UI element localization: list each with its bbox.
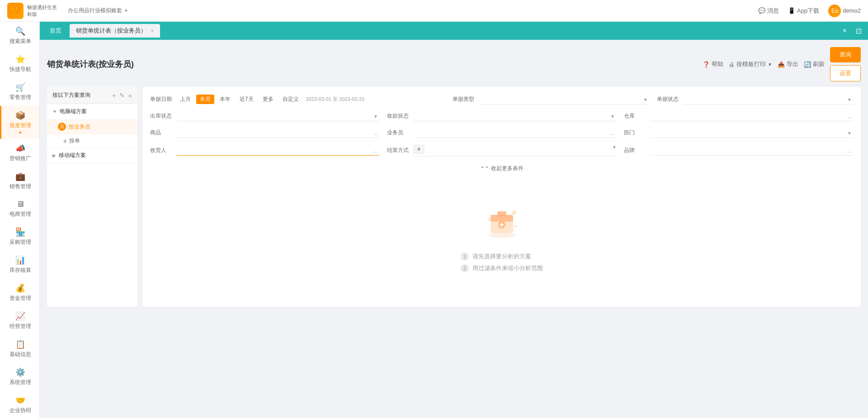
scheme-group-desktop-label: 电脑端方案	[60, 108, 87, 115]
page-content: 销货单统计表(按业务员) ❓ 帮助 🖨 按模板打印 ▼ 📤 导出	[40, 40, 868, 418]
goods-input[interactable]	[176, 128, 380, 138]
tab-home[interactable]: 首页	[43, 24, 68, 38]
sidebar-item-purchase[interactable]: 🏪 采购管理	[0, 223, 39, 251]
scheme-group-mobile-header[interactable]: ▶ 移动端方案	[47, 148, 137, 163]
print-button[interactable]: 🖨 按模板打印 ▼	[729, 60, 772, 68]
tab-close-icon[interactable]: ×	[151, 28, 154, 33]
date-btn-this-year[interactable]: 本年	[216, 95, 234, 104]
export-button[interactable]: 📤 导出	[778, 60, 798, 68]
doc-type-control: ▼	[479, 94, 649, 104]
sidebar-item-finance[interactable]: 💰 资金管理	[0, 279, 39, 307]
gear-icon: ⚙️	[15, 367, 25, 377]
filter-salesman: 业务员 ...	[387, 128, 617, 138]
date-btn-last-month[interactable]: 上月	[176, 95, 194, 104]
empty-state: 1 请先选择要分析的方案 2 用过滤条件来缩小分析范围	[150, 174, 854, 299]
sidebar-item-inventory[interactable]: 📊 库存核算	[0, 251, 39, 279]
date-btn-more[interactable]: 更多	[259, 95, 277, 104]
chart-icon: 📊	[15, 255, 25, 265]
print-icon: 🖨	[729, 61, 735, 68]
goods-dots-icon[interactable]: ...	[373, 130, 378, 136]
trending-icon: 📈	[15, 311, 25, 321]
warehouse-input[interactable]	[650, 111, 854, 121]
tip-2-number: 2	[461, 264, 469, 272]
payment-method-select[interactable]	[426, 144, 610, 154]
sidebar-item-marketing[interactable]: 📣 营销推广	[0, 139, 39, 167]
query-button[interactable]: 查询	[830, 47, 861, 62]
message-button[interactable]: 💬 消息	[758, 7, 779, 15]
sidebar-item-search[interactable]: 🔍 搜索菜单	[0, 22, 39, 50]
sidebar: 🔍 搜索菜单 ⭐ 快捷导航 🛒 零售管理 📦 批发管理 ▲ 📣 营销推广 💼 销…	[0, 22, 40, 418]
filter-warehouse: 仓库 ...	[624, 111, 854, 121]
svg-point-7	[512, 210, 516, 215]
tip-1-number: 1	[461, 252, 469, 261]
brand-input[interactable]	[650, 145, 854, 156]
sidebar-item-wholesale[interactable]: 📦 批发管理 ▲	[0, 106, 39, 139]
collapse-button[interactable]: ⌃⌃ 收起更多条件	[475, 163, 529, 174]
date-btn-this-month[interactable]: 本月	[196, 95, 214, 104]
scheme-item-by-salesman[interactable]: 员 按业务员	[47, 119, 137, 134]
receiver-input[interactable]	[176, 145, 380, 156]
filter-payment-status: 收款状态 ▼	[387, 111, 617, 121]
payment-status-select[interactable]	[413, 111, 617, 121]
brand-dots-icon[interactable]: ...	[847, 147, 852, 154]
store-icon: 🏪	[15, 227, 25, 237]
tab-restore-button[interactable]: ⊡	[853, 26, 864, 36]
out-status-label: 出库状态	[150, 112, 173, 120]
collapse-scheme-icon[interactable]: «	[128, 92, 132, 99]
out-status-select[interactable]	[176, 111, 380, 121]
breadcrumb[interactable]: 办公用品行业模拟账套 ▼	[68, 7, 128, 14]
svg-point-9	[514, 225, 517, 228]
help-button[interactable]: ❓ 帮助	[703, 60, 723, 68]
scheme-item-by-order[interactable]: ≡ 按单	[47, 134, 137, 147]
refresh-button[interactable]: 🔄 刷新	[804, 60, 825, 68]
payment-method-arrow-icon: ▼	[612, 144, 617, 149]
salesman-control: ...	[413, 128, 617, 138]
sidebar-item-system[interactable]: ⚙️ 系统管理	[0, 363, 39, 391]
svg-point-8	[488, 218, 491, 221]
app-download-button[interactable]: 📱 App下载	[788, 7, 819, 15]
filter-doc-type: 单据类型 ▼	[453, 94, 649, 104]
sidebar-item-base[interactable]: 📋 基础信息	[0, 335, 39, 363]
computer-icon: 🖥	[16, 200, 24, 209]
payment-method-tag-close[interactable]: ×	[417, 146, 420, 152]
goods-control: ...	[176, 128, 380, 138]
arrow-up-icon: ▲	[18, 129, 23, 134]
main-panel: 按以下方案查询 + ✎ « ▼ 电脑端方案	[47, 87, 861, 307]
settings-button[interactable]: 设置	[830, 65, 861, 81]
clipboard-icon: 📋	[15, 339, 25, 349]
sidebar-item-ecommerce[interactable]: 🖥 电商管理	[0, 195, 39, 223]
scheme-group-desktop: ▼ 电脑端方案 员 按业务员 ≡ 按单	[47, 104, 137, 148]
warehouse-dots-icon[interactable]: ...	[847, 113, 852, 119]
user-menu[interactable]: Ea demo2	[828, 5, 861, 17]
add-scheme-icon[interactable]: +	[112, 92, 116, 99]
sidebar-item-quick-nav[interactable]: ⭐ 快捷导航	[0, 50, 39, 78]
receiver-dots-icon[interactable]: ...	[373, 147, 378, 154]
edit-scheme-icon[interactable]: ✎	[119, 92, 125, 99]
sidebar-item-sales[interactable]: 💼 销售管理	[0, 167, 39, 195]
filter-goods: 商品 ...	[150, 128, 380, 138]
doc-status-select[interactable]	[683, 94, 854, 104]
doc-status-control: ▼	[683, 94, 854, 104]
doc-status-label: 单据状态	[657, 95, 679, 103]
payment-method-label: 结算方式	[387, 147, 410, 154]
scheme-group-mobile-label: 移动端方案	[59, 152, 86, 159]
top-right: 💬 消息 📱 App下载 Ea demo2	[758, 5, 861, 17]
salesman-input[interactable]	[413, 128, 617, 138]
tab-close-button[interactable]: ×	[840, 26, 849, 36]
sidebar-item-enterprise[interactable]: 🤝 企业协同	[0, 391, 39, 418]
tab-sales-stats[interactable]: 销货单统计表（按业务员） ×	[70, 24, 160, 38]
scheme-group-desktop-header[interactable]: ▼ 电脑端方案	[47, 104, 137, 119]
doc-type-select[interactable]	[479, 94, 649, 104]
receiver-label: 收货人	[150, 147, 173, 154]
briefcase-icon: 💼	[15, 171, 25, 181]
top-header: 🧡 畅捷通好生意 标版 办公用品行业模拟账套 ▼ 💬 消息 📱 App下载 Ea…	[0, 0, 868, 22]
scheme-item-salesman-label: 按业务员	[69, 123, 90, 131]
date-btn-7-days[interactable]: 近7天	[236, 95, 257, 104]
salesman-dots-icon[interactable]: ...	[610, 130, 615, 136]
brand-label: 品牌	[624, 147, 646, 154]
receiver-control: ...	[176, 145, 380, 156]
sidebar-item-operations[interactable]: 📈 经营管理	[0, 307, 39, 335]
date-btn-custom[interactable]: 自定义	[279, 95, 302, 104]
sidebar-item-retail[interactable]: 🛒 零售管理	[0, 78, 39, 106]
department-select[interactable]	[650, 128, 854, 138]
